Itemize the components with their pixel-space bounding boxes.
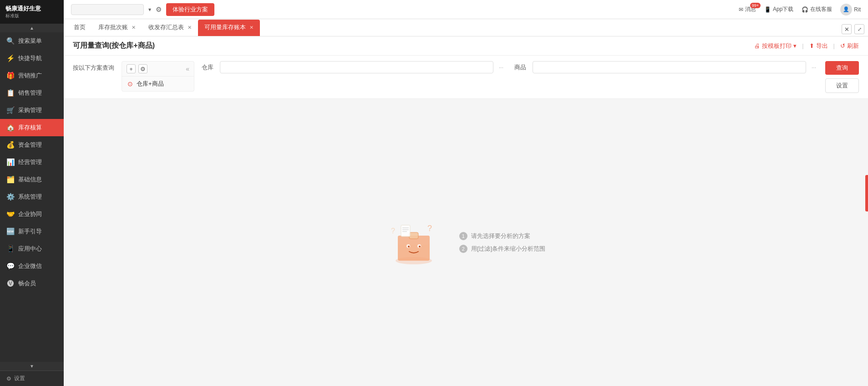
online-service-item[interactable]: 🎧 在线客服	[802, 5, 832, 13]
topbar-dropdown-arrow[interactable]: ▾	[148, 6, 151, 13]
warehouse-input[interactable]	[220, 61, 493, 73]
goods-more-btn[interactable]: ···	[810, 64, 818, 71]
tab-home[interactable]: 首页	[67, 20, 92, 36]
tip-num-1: 1	[459, 232, 467, 240]
trial-button[interactable]: 体验行业方案	[166, 3, 214, 16]
user-avatar-item[interactable]: 👤 Rit	[840, 4, 861, 15]
empty-tip-2: 2 用[过滤]条件来缩小分析范围	[459, 245, 545, 253]
tip-text-2: 用[过滤]条件来缩小分析范围	[471, 245, 545, 253]
sidebar-item-member[interactable]: 🅥 畅会员	[0, 275, 64, 292]
svg-rect-10	[401, 225, 410, 237]
marketing-icon: 🎁	[6, 72, 15, 80]
sidebar-item-appstore[interactable]: 📱 应用中心	[0, 240, 64, 257]
tab-available-label: 可用量库存账本	[204, 23, 246, 31]
sidebar-label-shortcut: 快捷导航	[18, 54, 42, 62]
filter-label: 按以下方案查询	[73, 61, 114, 72]
scheme-add-btn[interactable]: +	[127, 64, 136, 73]
sidebar-label-marketing: 营销推广	[18, 72, 42, 80]
tab-batch-close[interactable]: ✕	[132, 25, 136, 31]
sidebar-label-system: 系统管理	[18, 193, 42, 201]
page-title: 可用量查询(按仓库+商品)	[73, 41, 155, 51]
sidebar-label-finance: 资金管理	[18, 141, 42, 149]
filter-area: 按以下方案查询 + ⚙ « ⊙ 仓库+商品 仓库 ···	[64, 56, 868, 99]
sidebar-item-operation[interactable]: 📊 经营管理	[0, 154, 64, 171]
scheme-item-label: 仓库+商品	[137, 80, 164, 88]
scheme-item-icon: ⊙	[127, 80, 133, 87]
messages-icon-item[interactable]: ✉ 消息 99+	[739, 5, 756, 13]
empty-tips: 1 请先选择要分析的方案 2 用[过滤]条件来缩小分析范围	[459, 232, 545, 253]
sidebar-bottom[interactable]: ⚙ 设置	[0, 371, 64, 386]
tab-summary[interactable]: 收发存汇总表 ✕	[142, 20, 198, 36]
tip-num-2: 2	[459, 245, 467, 253]
printer-icon: 🖨	[754, 42, 760, 49]
settings-button[interactable]: 设置	[825, 78, 859, 93]
content-area: 可用量查询(按仓库+商品) 🖨 按模板打印 ▾ | ⬆ 导出 | ↺ 刷新	[64, 36, 868, 386]
filter-action-btns: 查询 设置	[825, 61, 859, 93]
tab-summary-close[interactable]: ✕	[188, 25, 192, 31]
sidebar-item-guide[interactable]: 🆕 新手引导	[0, 223, 64, 240]
filter-row-1: 仓库 ··· 商品 ···	[202, 61, 818, 73]
sidebar-item-purchase[interactable]: 🛒 采购管理	[0, 102, 64, 119]
sidebar-item-basic[interactable]: 🗂️ 基础信息	[0, 171, 64, 188]
scheme-item-warehouse-goods[interactable]: ⊙ 仓库+商品	[122, 77, 194, 91]
sidebar-scroll-down[interactable]: ▼	[0, 362, 64, 371]
sidebar-item-sales[interactable]: 📋 销售管理	[0, 84, 64, 102]
scheme-settings-btn[interactable]: ⚙	[138, 64, 147, 73]
tab-available[interactable]: 可用量库存账本 ✕	[198, 20, 260, 36]
tabbar: 首页 库存批次账 ✕ 收发存汇总表 ✕ 可用量库存账本 ✕ ✕ ⤢	[64, 19, 868, 36]
refresh-icon: ↺	[840, 42, 845, 49]
search-icon: 🔍	[6, 37, 15, 45]
sidebar-label-appstore: 应用中心	[18, 245, 42, 253]
sidebar-item-marketing[interactable]: 🎁 营销推广	[0, 67, 64, 84]
sidebar-label-inventory: 库存核算	[18, 124, 42, 132]
online-service-label: 在线客服	[810, 5, 832, 13]
sidebar-item-system[interactable]: ⚙️ 系统管理	[0, 188, 64, 206]
sidebar-label-sales: 销售管理	[18, 89, 42, 97]
goods-field: 商品 ···	[514, 61, 818, 73]
export-action[interactable]: ⬆ 导出	[809, 42, 828, 50]
appstore-icon: 📱	[6, 245, 15, 253]
sidebar-header: 畅康通好生意 标准版	[0, 0, 64, 24]
sidebar-item-wechat[interactable]: 💬 企业微信	[0, 257, 64, 275]
app-download-item[interactable]: 📱 App下载	[764, 5, 793, 13]
sidebar-item-finance[interactable]: 💰 资金管理	[0, 136, 64, 154]
topbar-left: ▾ ⚙ 体验行业方案	[71, 3, 214, 16]
goods-input[interactable]	[533, 61, 806, 73]
wechat-icon: 💬	[6, 262, 15, 270]
sidebar-label-operation: 经营管理	[18, 158, 42, 166]
export-label: 导出	[816, 42, 828, 50]
enterprise-icon: 🤝	[6, 210, 15, 218]
print-action[interactable]: 🖨 按模板打印 ▾	[754, 42, 797, 50]
export-icon: ⬆	[809, 42, 814, 49]
sidebar-scroll-up[interactable]: ▲	[0, 24, 64, 32]
sidebar-label-basic: 基础信息	[18, 175, 42, 184]
refresh-action[interactable]: ↺ 刷新	[840, 42, 859, 50]
refresh-label: 刷新	[847, 42, 859, 50]
sidebar-item-enterprise[interactable]: 🤝 企业协同	[0, 206, 64, 223]
filter-fields: 仓库 ··· 商品 ···	[202, 61, 818, 73]
scheme-collapse-icon[interactable]: «	[186, 65, 189, 72]
guide-icon: 🆕	[6, 227, 15, 236]
print-dropdown-icon[interactable]: ▾	[793, 42, 797, 49]
user-avatar: 👤	[840, 4, 852, 15]
warehouse-more-btn[interactable]: ···	[497, 64, 505, 71]
tabbar-actions: ✕ ⤢	[842, 24, 864, 36]
query-button[interactable]: 查询	[825, 61, 859, 75]
basic-icon: 🗂️	[6, 175, 15, 184]
sidebar-item-search[interactable]: 🔍 搜索菜单	[0, 32, 64, 50]
sidebar-label-purchase: 采购管理	[18, 106, 42, 114]
topbar-search-input[interactable]	[71, 4, 144, 15]
tabbar-expand-btn[interactable]: ⤢	[854, 24, 864, 34]
topbar: ▾ ⚙ 体验行业方案 ✉ 消息 99+ 📱 App下载 🎧 在线客服 👤	[64, 0, 868, 19]
finance-icon: 💰	[6, 141, 15, 149]
tab-summary-label: 收发存汇总表	[148, 23, 184, 31]
svg-point-7	[419, 246, 421, 247]
topbar-gear-icon[interactable]: ⚙	[156, 5, 162, 14]
tab-batch[interactable]: 库存批次账 ✕	[92, 20, 142, 36]
sidebar-item-shortcut[interactable]: ⚡ 快捷导航	[0, 50, 64, 67]
tabbar-close-btn[interactable]: ✕	[842, 24, 852, 34]
sidebar-nav: 🔍 搜索菜单 ⚡ 快捷导航 🎁 营销推广 📋 销售管理 🛒 采购管理 🏠 库存核…	[0, 32, 64, 362]
empty-state-content: ? ? 1 请先选择要分析的方案	[386, 215, 545, 270]
sidebar-item-inventory[interactable]: 🏠 库存核算	[0, 119, 64, 136]
tab-available-close[interactable]: ✕	[249, 25, 254, 31]
